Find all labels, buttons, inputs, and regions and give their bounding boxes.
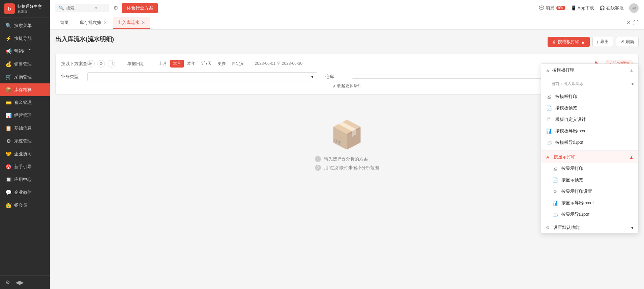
business-type-select[interactable]: ▾ [87,72,317,81]
collapse-icon[interactable]: ◀▶ [16,279,24,286]
collab-icon: 🤝 [5,151,11,157]
wechat-icon: 💬 [5,189,11,195]
dropdown-divider-2 [541,221,638,221]
template-excel-icon: 📊 [546,128,552,134]
empty-step-1: 1 请先选择要分析的方案 [315,156,379,162]
user-avatar[interactable]: Rit [629,3,639,13]
tab-close-flow[interactable]: ✕ [142,20,145,25]
sidebar-item-sales[interactable]: 💰销售管理 [0,58,50,71]
type-label: 业务类型 [61,74,85,80]
display-preview-label: 按显示预览 [561,177,583,183]
sidebar-item-label: 系统管理 [14,138,32,144]
date-tab-上月[interactable]: 上月 [156,60,170,68]
message-badge: 99+ [556,6,565,10]
tab-batch[interactable]: 库存批次账✕ [75,17,112,29]
filter-settings-button[interactable]: ⚙ [97,60,105,68]
tab-label-batch: 库存批次账 [80,20,101,26]
sidebar-item-inventory[interactable]: 📦库存核算 [0,83,50,96]
sidebar-item-marketing[interactable]: 📢营销推广 [0,45,50,58]
sidebar-item-finance[interactable]: 💳资金管理 [0,96,50,109]
sidebar-item-label: 快捷导航 [14,35,32,42]
query-label: 按以下方案查询 [61,61,85,67]
online-service-label: 在线客服 [606,5,624,11]
sidebar-item-operations[interactable]: 📊经营管理 [0,109,50,122]
search-input[interactable] [66,6,93,10]
tab-close-batch[interactable]: ✕ [104,20,107,25]
dropdown-collapse-icon[interactable]: ▲ [630,68,634,73]
export-button[interactable]: ↑ 导出 [592,37,614,47]
settings-icon[interactable]: ⚙ [5,279,10,286]
sidebar-nav: 🔍搜索菜单⚡快捷导航📢营销推广💰销售管理🛒采购管理📦库存核算💳资金管理📊经营管理… [0,18,50,275]
date-tabs: 上月本月本年近7天更多自定义 [156,60,247,68]
display-print-section-header[interactable]: 🖨 按显示打印 ▲ [541,151,638,163]
dropdown-item-template-preview[interactable]: 📄按模板预览 [541,102,638,114]
print-template-button[interactable]: 🖨 按模板打印 ▲ [548,37,590,47]
dropdown-item-template-print[interactable]: 🖨按模板打印 [541,91,638,102]
empty-steps-list: 1 请先选择要分析的方案 2 用[过滤]条件来缩小分析范围 [315,156,379,174]
date-tab-自定义[interactable]: 自定义 [229,60,247,68]
dropdown-display-item-display-settings[interactable]: ⚙按显示打印设置 [541,186,638,197]
dropdown-item-template-pdf[interactable]: 📑按模板导出pdf [541,137,638,148]
date-tab-本年[interactable]: 本年 [184,60,198,68]
tab-flow[interactable]: 出入库流水✕ [113,17,150,29]
dropdown-display-item-display-preview[interactable]: 📄按显示预览 [541,174,638,186]
display-pdf-label: 按显示导出pdf [561,211,589,217]
sidebar-item-label: 资金管理 [14,100,32,106]
sidebar-item-collab[interactable]: 🤝企业协同 [0,148,50,160]
search-chevron-icon[interactable]: ▾ [95,6,97,10]
topbar-settings-icon[interactable]: ⚙ [113,5,118,11]
sidebar-item-member[interactable]: 👑畅会员 [0,199,50,212]
add-filter-button[interactable]: + [87,60,95,68]
tabs-bar: 首页库存批次账✕出入库流水✕ ✕ ⛶ [50,16,644,30]
message-button[interactable]: 💬 消息 99+ [539,5,565,11]
sidebar-item-shortcuts[interactable]: ⚡快捷导航 [0,32,50,45]
dropdown-display-item-display-print[interactable]: 🖨按显示打印 [541,163,638,174]
search-icon: 🔍 [5,23,11,29]
tab-home[interactable]: 首页 [55,17,74,29]
sidebar-item-basic[interactable]: 📋基础信息 [0,122,50,135]
refresh-button[interactable]: ↺ 刷新 [616,37,639,47]
sidebar-item-wechat[interactable]: 💬企业微信 [0,186,50,199]
dropdown-item-template-custom[interactable]: 🗒模板自定义设计 [541,114,638,125]
dropdown-display-item-display-excel[interactable]: 📊按显示导出excel [541,197,638,209]
sidebar-item-guide[interactable]: 🎯新手引导 [0,160,50,173]
sidebar-item-label: 库存核算 [14,87,32,93]
sidebar-item-label: 销售管理 [14,61,32,67]
display-preview-icon: 📄 [552,177,558,183]
collapse-label: 收起更多条件 [337,83,361,89]
type-dropdown-icon: ▾ [311,74,314,79]
template-custom-icon: 🗒 [546,117,552,122]
date-tab-近7天[interactable]: 近7天 [199,60,214,68]
collapse-button[interactable]: ∧ 收起更多条件 [333,83,361,89]
app-badge: 标准版 [18,9,42,14]
sidebar-item-label: 经营管理 [14,112,32,119]
sidebar-item-label: 企业协同 [14,151,32,157]
dropdown-item-template-excel[interactable]: 📊按模板导出excel [541,125,638,137]
template-print-icon: 🖨 [546,94,552,99]
app-download-button[interactable]: 📱 App下载 [571,5,594,11]
app-name: 畅捷通好生意 [18,4,42,9]
headset-icon: 🎧 [599,5,605,10]
date-tab-本月[interactable]: 本月 [170,60,184,68]
sidebar-item-system[interactable]: ⚙系统管理 [0,135,50,148]
sidebar-item-apps[interactable]: 🔲应用中心 [0,173,50,186]
refresh-label: 刷新 [625,39,634,45]
online-service-button[interactable]: 🎧 在线客服 [599,5,624,11]
search-icon: 🔍 [59,5,64,10]
sidebar-item-purchase[interactable]: 🛒采购管理 [0,71,50,83]
step-num-2: 2 [315,165,321,171]
date-tab-更多[interactable]: 更多 [215,60,229,68]
sidebar-item-label: 畅会员 [14,202,27,208]
tab-label-home: 首页 [60,20,69,26]
dropdown-current-section: 当前：出入库流水 ▾ [541,77,638,89]
dropdown-display-item-display-pdf[interactable]: 📑按显示导出pdf [541,209,638,220]
close-all-icon[interactable]: ✕ [626,20,631,26]
default-function-item[interactable]: ⚙ 设置默认功能 ▾ [541,222,638,233]
sidebar-item-label: 基础信息 [14,125,32,131]
filter-expand-button[interactable]: 《 [108,60,115,68]
topbar: 🔍 ▾ ⚙ 体验行业方案 💬 消息 99+ 📱 App下载 🎧 在线客服 Rit [50,0,644,16]
industry-solution-button[interactable]: 体验行业方案 [122,3,158,13]
maximize-icon[interactable]: ⛶ [633,20,639,26]
sidebar-item-search[interactable]: 🔍搜索菜单 [0,19,50,32]
template-pdf-label: 按模板导出pdf [555,139,583,146]
